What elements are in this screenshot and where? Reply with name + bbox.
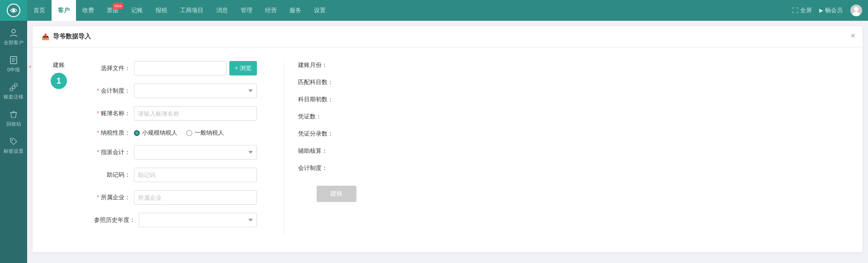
- sidebar-item-tags[interactable]: 标签设置: [1, 133, 26, 158]
- file-input[interactable]: [134, 61, 227, 75]
- file-input-group: + 浏览: [134, 61, 257, 75]
- panel-close-btn[interactable]: ×: [850, 32, 855, 40]
- build-month-row: 建账月份：: [298, 61, 375, 69]
- history-year-select[interactable]: [139, 213, 257, 227]
- step-label: 建账: [53, 61, 65, 69]
- logo-area: [0, 0, 27, 21]
- logo-icon: [7, 4, 20, 17]
- fullscreen-btn[interactable]: ⛶ 全屏: [792, 6, 812, 14]
- assign-accountant-row: 指派会计：: [94, 145, 257, 160]
- step-section: 建账 1: [51, 61, 67, 235]
- sidebar-item-migrate[interactable]: 账套迁移: [1, 79, 26, 104]
- auxiliary-row: 辅助核算：: [298, 147, 375, 155]
- match-subjects-row: 匹配科目数：: [298, 78, 375, 86]
- auxiliary-label: 辅助核算：: [298, 147, 339, 155]
- main-panel: 📤 导爷数据导入 × 建账 1 选择文件：* + 浏览: [33, 26, 863, 252]
- subject-init-row: 科目期初数：: [298, 95, 375, 103]
- browse-btn[interactable]: + 浏览: [229, 61, 257, 75]
- accounting-system-row: 会计制度：: [94, 84, 257, 98]
- user-avatar-icon: [850, 4, 863, 17]
- memo-code-row: 助记码：: [94, 168, 257, 182]
- voucher-count-label: 凭证数：: [298, 113, 339, 121]
- vip-icon: ▶: [819, 7, 823, 14]
- voucher-count-row: 凭证数：: [298, 113, 375, 121]
- nav-item-customers[interactable]: 客户: [52, 0, 76, 21]
- assign-accountant-select[interactable]: [134, 145, 257, 160]
- nav-item-business[interactable]: 工商项目: [174, 0, 210, 21]
- migrate-icon: [9, 82, 19, 92]
- subject-init-label: 科目期初数：: [298, 95, 339, 103]
- panel-title: 导爷数据导入: [53, 33, 91, 41]
- top-nav: 首页 客户 收费 票据 new 记账 报税 工商项目 消息 管理 经营: [0, 0, 868, 21]
- ledger-name-row: 账簿名称：: [94, 106, 257, 121]
- fullscreen-icon: ⛶: [792, 7, 798, 14]
- logo-svg: [7, 4, 20, 17]
- select-file-row: 选择文件：* + 浏览: [94, 61, 257, 75]
- nav-item-operations[interactable]: 经营: [259, 0, 283, 21]
- tax-type-radio-group: 小规模纳税人 一般纳税人: [134, 129, 257, 137]
- company-label: 所属企业：: [94, 193, 130, 202]
- tax-type-row: 纳税性质： 小规模纳税人 一般纳税人: [94, 129, 257, 137]
- vip-btn[interactable]: ▶ 畅会员: [819, 6, 843, 14]
- person-icon: [9, 28, 19, 38]
- nav-right: ⛶ 全屏 ▶ 畅会员: [792, 4, 863, 17]
- nav-item-messages[interactable]: 消息: [210, 0, 234, 21]
- voucher-entries-row: 凭证分录数：: [298, 130, 375, 138]
- history-year-label: 参照历史年度：: [94, 216, 135, 224]
- voucher-entries-label: 凭证分录数：: [298, 130, 339, 138]
- build-account-btn[interactable]: 建账: [317, 186, 356, 202]
- svg-point-3: [854, 7, 859, 11]
- user-avatar[interactable]: [850, 4, 863, 17]
- form-section: 选择文件：* + 浏览 会计制度： 账簿名称：: [94, 61, 257, 235]
- trash-icon: [9, 109, 19, 119]
- tag-icon: [9, 136, 19, 146]
- import-icon: 📤: [42, 33, 49, 40]
- assign-accountant-label: 指派会计：: [94, 148, 130, 156]
- svg-point-13: [12, 140, 13, 141]
- nav-item-fees[interactable]: 收费: [76, 0, 100, 21]
- declare-icon: [9, 55, 19, 65]
- accounting-system-select[interactable]: [134, 84, 257, 98]
- nav-item-home[interactable]: 首页: [27, 0, 52, 21]
- accounting-system-label: 会计制度：: [94, 87, 130, 95]
- accounting-system2-label: 会计制度：: [298, 164, 339, 172]
- main-content: 📤 导爷数据导入 × 建账 1 选择文件：* + 浏览: [27, 21, 868, 263]
- sidebar: 全部客户 0申报 账套迁移 回收站: [0, 21, 27, 263]
- nav-item-bookkeeping[interactable]: 记账: [125, 0, 149, 21]
- company-input[interactable]: [134, 190, 257, 205]
- match-subjects-label: 匹配科目数：: [298, 78, 339, 86]
- nav-item-management[interactable]: 管理: [234, 0, 259, 21]
- company-row: 所属企业：: [94, 190, 257, 205]
- nav-item-tax[interactable]: 报税: [149, 0, 174, 21]
- nav-item-settings[interactable]: 设置: [308, 0, 332, 21]
- nav-items: 首页 客户 收费 票据 new 记账 报税 工商项目 消息 管理 经营: [27, 0, 792, 21]
- select-file-label: 选择文件：*: [94, 64, 130, 72]
- memo-code-label: 助记码：: [94, 171, 130, 179]
- sidebar-item-recycle[interactable]: 回收站: [1, 106, 26, 131]
- tax-type-label: 纳税性质：: [94, 129, 130, 137]
- tax-option-general[interactable]: 一般纳税人: [186, 129, 224, 137]
- svg-point-4: [853, 12, 860, 16]
- history-year-row: 参照历史年度：: [94, 213, 257, 227]
- step-circle: 1: [51, 73, 67, 89]
- memo-code-input[interactable]: [134, 168, 257, 182]
- build-month-label: 建账月份：: [298, 61, 339, 69]
- svg-point-1: [12, 9, 15, 12]
- sidebar-item-zero-declare[interactable]: 0申报: [1, 52, 26, 77]
- ledger-name-input[interactable]: [134, 106, 257, 121]
- info-section: 建账月份： 匹配科目数： 科目期初数： 凭证数： 凭证分录数：: [284, 61, 375, 235]
- svg-point-5: [12, 29, 15, 33]
- tax-radio-small[interactable]: [134, 130, 140, 136]
- accounting-system2-row: 会计制度：: [298, 164, 375, 172]
- tax-radio-general[interactable]: [186, 130, 192, 136]
- panel-header: 📤 导爷数据导入 ×: [33, 26, 863, 47]
- nav-item-services[interactable]: 服务: [283, 0, 308, 21]
- ledger-name-label: 账簿名称：: [94, 109, 130, 117]
- tax-option-small[interactable]: 小规模纳税人: [134, 129, 177, 137]
- nav-item-invoices[interactable]: 票据 new: [100, 0, 125, 21]
- panel-body: 建账 1 选择文件：* + 浏览 会计制度：: [33, 47, 863, 249]
- nav-badge-new: new: [113, 3, 123, 9]
- sidebar-item-all-customers[interactable]: 全部客户: [1, 24, 26, 50]
